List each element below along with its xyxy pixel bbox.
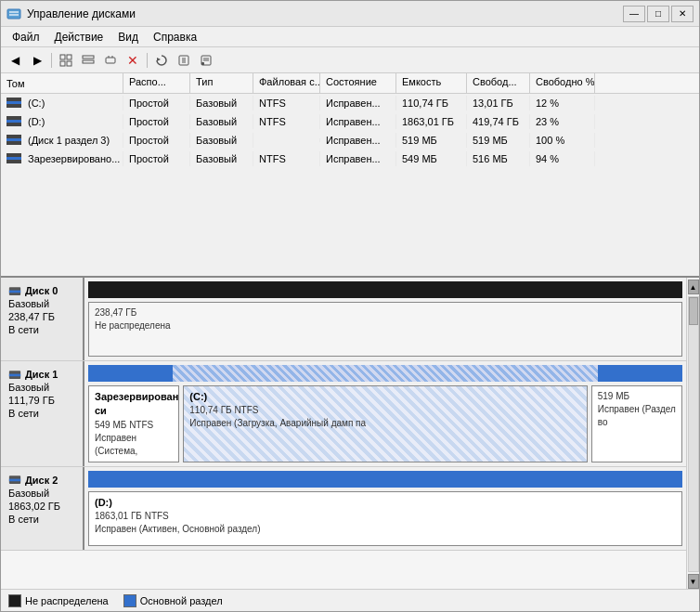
disk-partitions: (D:)1863,01 ГБ NTFSИсправен (Активен, Ос…	[88, 491, 682, 546]
disk-icon	[6, 116, 21, 126]
table-row[interactable]: (Диск 1 раздел 3)ПростойБазовыйИсправен.…	[1, 131, 699, 150]
refresh-button[interactable]	[151, 50, 172, 71]
table-row[interactable]: Зарезервировано...ПростойБазовыйNTFSИспр…	[1, 150, 699, 168]
svg-rect-3	[60, 55, 65, 59]
table-row[interactable]: (D:)ПростойБазовыйNTFSИсправен...1863,01…	[1, 112, 699, 131]
disk-label: Диск 1Базовый111,79 ГБВ сети	[1, 361, 84, 466]
view1-button[interactable]	[56, 50, 76, 71]
toolbar: ◀ ▶ ✕	[1, 47, 699, 73]
window-title: Управление дисками	[27, 7, 136, 20]
menu-help[interactable]: Справка	[146, 29, 204, 46]
legend-swatch	[123, 594, 136, 607]
svg-rect-5	[60, 61, 65, 66]
close-button[interactable]: ✕	[671, 6, 694, 22]
partition-box[interactable]: 238,47 ГБНе распределена	[88, 302, 682, 357]
disk-partitions: 238,47 ГБНе распределена	[88, 302, 682, 357]
disk-panel-outer: Диск 0Базовый238,47 ГБВ сети238,47 ГБНе …	[1, 278, 699, 589]
svg-rect-1	[9, 11, 19, 13]
svg-rect-8	[83, 60, 94, 63]
legend-item: Не распределена	[8, 594, 109, 607]
toolbar-separator-1	[51, 53, 52, 68]
th-svobod[interactable]: Свобод...	[467, 73, 530, 93]
app-icon	[6, 7, 21, 21]
disk-row: Диск 2Базовый1863,02 ГБВ сети(D:)1863,01…	[1, 467, 686, 551]
disk-row: Диск 1Базовый111,79 ГБВ сетиЗарезервиров…	[1, 361, 686, 467]
scroll-down[interactable]: ▼	[688, 574, 699, 589]
table-body: (C:)ПростойБазовыйNTFSИсправен...110,74 …	[1, 94, 699, 276]
minimize-button[interactable]: —	[623, 6, 645, 22]
table-header: Том Распо... Тип Файловая с... Состояние…	[1, 73, 699, 94]
connect-button[interactable]	[100, 50, 121, 71]
view2-button[interactable]	[78, 50, 98, 71]
th-emk[interactable]: Емкость	[396, 73, 467, 93]
help2-button[interactable]	[196, 50, 216, 71]
scroll-thumb[interactable]	[689, 297, 698, 325]
th-tom[interactable]: Том	[1, 73, 123, 93]
menu-file[interactable]: Файл	[5, 29, 47, 46]
disk-icon	[6, 135, 21, 145]
disk-panel: Диск 0Базовый238,47 ГБВ сети238,47 ГБНе …	[1, 278, 686, 589]
disk-icon	[6, 98, 21, 108]
svg-rect-26	[9, 479, 20, 482]
partition-box[interactable]: 519 МБИсправен (Раздел во	[591, 385, 682, 462]
maximize-button[interactable]: □	[647, 6, 669, 22]
menu-action[interactable]: Действие	[47, 29, 111, 46]
th-tip[interactable]: Тип	[190, 73, 253, 93]
scroll-up[interactable]: ▲	[688, 280, 699, 294]
disk-partitions: Зарезервировано си549 МБ NTFSИсправен (С…	[88, 385, 682, 462]
svg-rect-6	[67, 61, 71, 66]
disk-content: (D:)1863,01 ГБ NTFSИсправен (Активен, Ос…	[84, 467, 686, 550]
back-button[interactable]: ◀	[5, 50, 25, 71]
disk-bar	[88, 365, 682, 382]
partition-box[interactable]: Зарезервировано си549 МБ NTFSИсправен (С…	[88, 385, 179, 462]
toolbar-separator-2	[147, 53, 148, 68]
delete-button[interactable]: ✕	[123, 50, 143, 71]
scrollbar[interactable]: ▲ ▼	[686, 278, 699, 589]
volume-table: Том Распо... Тип Файловая с... Состояние…	[1, 73, 699, 278]
main-window: Управление дисками — □ ✕ Файл Действие В…	[0, 0, 700, 612]
disk-bar	[88, 281, 682, 298]
disk-icon	[6, 153, 21, 163]
disk-content: 238,47 ГБНе распределена	[84, 278, 686, 360]
disk-bar	[88, 471, 682, 488]
svg-rect-7	[83, 56, 94, 59]
svg-rect-4	[67, 55, 71, 59]
disk-label-icon: Диск 2	[8, 475, 75, 486]
content-area: Том Распо... Тип Файловая с... Состояние…	[1, 73, 699, 611]
disk-label-icon: Диск 1	[8, 369, 75, 380]
partition-box[interactable]: (C:)110,74 ГБ NTFSИсправен (Загрузка, Ав…	[183, 385, 587, 462]
th-fs[interactable]: Файловая с...	[253, 73, 320, 93]
svg-rect-22	[9, 290, 20, 293]
window-controls: — □ ✕	[623, 6, 694, 22]
disk-row: Диск 0Базовый238,47 ГБВ сети238,47 ГБНе …	[1, 278, 686, 361]
svg-rect-20	[201, 62, 204, 65]
title-bar: Управление дисками — □ ✕	[1, 1, 699, 27]
menu-bar: Файл Действие Вид Справка	[1, 27, 699, 47]
scroll-track	[688, 296, 699, 572]
disk-label-icon: Диск 0	[8, 285, 75, 296]
legend-bar: Не распределенаОсновной раздел	[1, 589, 699, 611]
legend-swatch	[8, 594, 21, 607]
svg-marker-12	[157, 58, 161, 61]
legend-item: Основной раздел	[123, 594, 223, 607]
th-svobodp[interactable]: Свободно %	[530, 73, 595, 93]
properties-button[interactable]	[174, 50, 194, 71]
disk-label: Диск 2Базовый1863,02 ГБВ сети	[1, 467, 84, 550]
disk-content: Зарезервировано си549 МБ NTFSИсправен (С…	[84, 361, 686, 466]
svg-rect-2	[9, 14, 19, 16]
partition-box[interactable]: (D:)1863,01 ГБ NTFSИсправен (Активен, Ос…	[88, 491, 682, 546]
disk-label: Диск 0Базовый238,47 ГБВ сети	[1, 278, 84, 360]
svg-rect-24	[9, 373, 20, 376]
table-row[interactable]: (C:)ПростойБазовыйNTFSИсправен...110,74 …	[1, 94, 699, 112]
menu-view[interactable]: Вид	[110, 29, 146, 46]
th-state[interactable]: Состояние	[320, 73, 396, 93]
forward-button[interactable]: ▶	[27, 50, 47, 71]
svg-rect-9	[106, 58, 115, 63]
th-rasp[interactable]: Распо...	[123, 73, 190, 93]
